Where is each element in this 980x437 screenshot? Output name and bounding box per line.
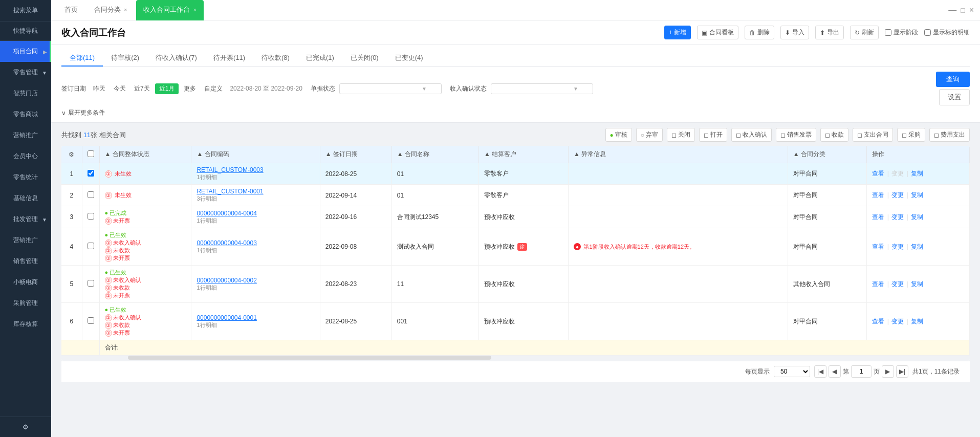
col-check[interactable] bbox=[82, 146, 99, 163]
contract-code-link[interactable]: RETAIL_CUSTOM-0001 bbox=[197, 188, 263, 195]
row-check[interactable] bbox=[82, 185, 99, 206]
filter-tab-all[interactable]: 全部(11) bbox=[61, 50, 103, 67]
copy-link[interactable]: 复制 bbox=[911, 243, 923, 250]
first-page-btn[interactable]: |◀ bbox=[814, 365, 826, 378]
filter-tab-pending-payment[interactable]: 待收款(8) bbox=[253, 50, 298, 67]
expense-contract-button[interactable]: ◻ 支出合同 bbox=[853, 128, 893, 142]
filter-tab-changed[interactable]: 已变更(4) bbox=[387, 50, 431, 67]
row-checkbox[interactable] bbox=[88, 170, 94, 177]
row-checkbox[interactable] bbox=[88, 280, 94, 287]
next-page-btn[interactable]: ▶ bbox=[882, 365, 894, 378]
row-check[interactable] bbox=[82, 163, 99, 185]
contract-code-link[interactable]: 0000000000004-0003 bbox=[197, 239, 256, 247]
view-link[interactable]: 查看 bbox=[872, 280, 884, 288]
last-page-btn[interactable]: ▶| bbox=[896, 365, 908, 378]
copy-link[interactable]: 复制 bbox=[911, 280, 923, 288]
edit-link[interactable]: 变更 bbox=[891, 213, 904, 221]
copy-link[interactable]: 复制 bbox=[911, 213, 923, 221]
row-check[interactable] bbox=[82, 266, 99, 303]
income-confirm-select[interactable]: ▼ bbox=[491, 83, 593, 94]
filter-tab-pending-review[interactable]: 待审核(2) bbox=[103, 50, 147, 67]
row-checkbox[interactable] bbox=[88, 213, 94, 220]
show-detail-input[interactable] bbox=[924, 29, 931, 36]
tab-contract-category[interactable]: 合同分类 × bbox=[87, 0, 134, 20]
row-check[interactable] bbox=[82, 228, 99, 266]
tab-income-workbench-close[interactable]: × bbox=[193, 7, 196, 13]
per-page-select[interactable]: 50 20 100 bbox=[774, 366, 810, 377]
view-link[interactable]: 查看 bbox=[872, 191, 884, 199]
sidebar-item-base-info[interactable]: 基础信息 bbox=[0, 188, 51, 209]
date-btn-yesterday[interactable]: 昨天 bbox=[90, 83, 108, 94]
filter-tab-pending-invoice[interactable]: 待开票(11) bbox=[205, 50, 253, 67]
abandon-review-button[interactable]: ○ 弃审 bbox=[636, 128, 663, 142]
tab-income-workbench[interactable]: 收入合同工作台 × bbox=[136, 0, 203, 20]
date-btn-custom[interactable]: 自定义 bbox=[201, 83, 226, 94]
close-button[interactable]: × bbox=[969, 6, 974, 15]
scrollbar-area[interactable] bbox=[61, 356, 970, 361]
sidebar-item-inventory[interactable]: 库存核算 bbox=[0, 314, 51, 335]
contract-code-link[interactable]: 0000000000004-0002 bbox=[197, 277, 256, 284]
edit-link[interactable]: 变更 bbox=[891, 243, 904, 250]
sales-invoice-button[interactable]: ◻ 销售发票 bbox=[776, 128, 816, 142]
edit-link[interactable]: 变更 bbox=[891, 170, 904, 177]
sidebar-search[interactable]: 搜索菜单 bbox=[0, 0, 51, 21]
add-button[interactable]: + 新增 bbox=[664, 26, 691, 39]
sidebar-item-smart-store[interactable]: 智慧门店 bbox=[0, 83, 51, 104]
edit-link[interactable]: 变更 bbox=[891, 280, 904, 288]
row-check[interactable] bbox=[82, 206, 99, 228]
contract-code-link[interactable]: 0000000000004-0001 bbox=[197, 314, 256, 321]
view-link[interactable]: 查看 bbox=[872, 318, 884, 325]
filter-tab-completed[interactable]: 已完成(1) bbox=[298, 50, 342, 67]
show-stage-input[interactable] bbox=[885, 29, 891, 36]
delete-button[interactable]: 🗑 删除 bbox=[745, 26, 774, 39]
copy-link[interactable]: 复制 bbox=[911, 191, 923, 199]
edit-link[interactable]: 变更 bbox=[891, 318, 904, 325]
date-btn-today[interactable]: 今天 bbox=[111, 83, 129, 94]
date-btn-7days[interactable]: 近7天 bbox=[131, 83, 153, 94]
sidebar-item-purchase[interactable]: 采购管理 bbox=[0, 293, 51, 314]
sidebar-quick-nav[interactable]: 快捷导航 bbox=[0, 21, 51, 41]
contract-code-link[interactable]: RETAIL_CUSTOM-0003 bbox=[197, 166, 263, 173]
show-detail-checkbox[interactable]: 显示标的明细 bbox=[924, 28, 970, 37]
purchase-button[interactable]: ◻ 采购 bbox=[897, 128, 925, 142]
sidebar-item-wholesale[interactable]: 批发管理 ▼ bbox=[0, 209, 51, 230]
minimize-button[interactable]: — bbox=[948, 6, 956, 15]
income-confirm-button[interactable]: ◻ 收入确认 bbox=[731, 128, 772, 142]
sidebar-item-sales[interactable]: 销售管理 bbox=[0, 251, 51, 272]
copy-link[interactable]: 复制 bbox=[911, 170, 923, 177]
sidebar-item-retail-stats[interactable]: 零售统计 bbox=[0, 167, 51, 188]
sidebar-item-retail-mall[interactable]: 零售商城 bbox=[0, 104, 51, 125]
sidebar-item-xiaochang[interactable]: 小畅电商 bbox=[0, 272, 51, 293]
doc-status-select[interactable]: ▼ bbox=[339, 83, 442, 94]
contract-board-button[interactable]: ▣ 合同看板 bbox=[697, 26, 738, 39]
print-button[interactable]: ◻ 打开 bbox=[699, 128, 727, 142]
page-number-input[interactable] bbox=[851, 365, 872, 378]
filter-tab-closed[interactable]: 已关闭(0) bbox=[342, 50, 387, 67]
close-contract-button[interactable]: ◻ 关闭 bbox=[667, 128, 695, 142]
payment-button[interactable]: ◻ 收款 bbox=[820, 128, 848, 142]
view-link[interactable]: 查看 bbox=[872, 243, 884, 250]
query-button[interactable]: 查询 bbox=[936, 72, 970, 87]
horizontal-scrollbar[interactable] bbox=[128, 356, 491, 360]
view-link[interactable]: 查看 bbox=[872, 213, 884, 221]
filter-tab-pending-confirm[interactable]: 待收入确认(7) bbox=[147, 50, 205, 67]
prev-page-btn[interactable]: ◀ bbox=[829, 365, 841, 378]
date-btn-more[interactable]: 更多 bbox=[181, 83, 199, 94]
sidebar-settings[interactable]: ⚙ bbox=[0, 417, 51, 437]
row-checkbox[interactable] bbox=[88, 317, 94, 324]
import-button[interactable]: ⬇ 导入 bbox=[780, 26, 809, 39]
row-check[interactable] bbox=[82, 303, 99, 340]
export-button[interactable]: ⬆ 导出 bbox=[815, 26, 844, 39]
copy-link[interactable]: 复制 bbox=[911, 318, 923, 325]
row-checkbox[interactable] bbox=[88, 243, 94, 249]
sidebar-item-project[interactable]: 项目合同 ▶ bbox=[0, 41, 51, 62]
sidebar-item-retail[interactable]: 零售管理 ▼ bbox=[0, 62, 51, 83]
sidebar-item-marketing2[interactable]: 营销推广 bbox=[0, 230, 51, 251]
select-all-checkbox[interactable] bbox=[88, 150, 94, 157]
show-stage-checkbox[interactable]: 显示阶段 bbox=[885, 28, 918, 37]
sidebar-item-marketing[interactable]: 营销推广 bbox=[0, 125, 51, 146]
filter-setting-button[interactable]: 设置 bbox=[939, 89, 970, 105]
tab-contract-category-close[interactable]: × bbox=[124, 7, 127, 13]
maximize-button[interactable]: □ bbox=[961, 6, 965, 14]
review-button[interactable]: ● 审核 bbox=[605, 128, 632, 142]
